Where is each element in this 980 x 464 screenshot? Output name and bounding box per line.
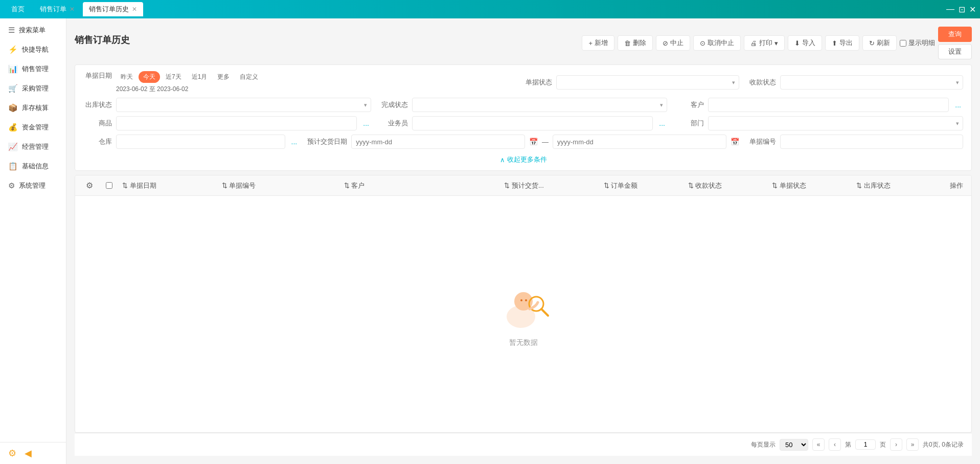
page-label: 第: [845, 440, 851, 449]
sidebar-item-basic[interactable]: 📋 基础信息: [0, 157, 66, 176]
show-detail-checkbox[interactable]: [900, 40, 906, 47]
date-chip-today[interactable]: 今天: [139, 71, 160, 83]
filter-salesperson: 业务员 ...: [379, 116, 667, 130]
product-input[interactable]: [116, 116, 357, 130]
salesperson-input[interactable]: [412, 116, 653, 130]
sidebar: ☰ 搜索菜单 ⚡ 快捷导航 📊 销售管理 🛒 采购管理 📦 库存核算 💰 资金管…: [0, 18, 66, 464]
stock-status-select-wrap: ▾: [116, 98, 371, 112]
delivery-date-start-input[interactable]: [351, 135, 525, 149]
filter-row-3: 商品 ... 业务员 ... 部门 ▾: [83, 116, 963, 130]
sidebar-item-sys-label: 系统管理: [19, 181, 45, 190]
main-layout: ☰ 搜索菜单 ⚡ 快捷导航 📊 销售管理 🛒 采购管理 📦 库存核算 💰 资金管…: [0, 18, 980, 464]
tab-home[interactable]: 首页: [4, 2, 32, 16]
tab-sales-history-close[interactable]: ✕: [132, 6, 137, 13]
current-page-input[interactable]: [855, 439, 876, 450]
th-order-num-label: ⇅ 单据编号: [222, 181, 256, 190]
tab-sales-order[interactable]: 销售订单 ✕: [34, 2, 81, 16]
cal-start-icon[interactable]: 📅: [529, 138, 538, 146]
collapse-row[interactable]: ∧ 收起更多条件: [83, 153, 963, 164]
setting-button[interactable]: 设置: [938, 44, 972, 59]
th-order-status[interactable]: ⇅ 单据状态: [768, 181, 852, 190]
filter-customer: 客户 ...: [675, 98, 963, 112]
query-button[interactable]: 查询: [938, 27, 972, 42]
close-window-icon[interactable]: ✕: [969, 5, 976, 14]
next-page-button[interactable]: ›: [890, 438, 902, 451]
date-chip-yesterday[interactable]: 昨天: [116, 71, 138, 83]
collapse-label: 收起更多条件: [507, 155, 547, 164]
filter-row-4: 仓库 ... 预计交货日期 📅 — 📅 单据编号: [83, 135, 963, 149]
date-chip-7days[interactable]: 近7天: [161, 71, 186, 83]
th-amount[interactable]: ⇅ 订单金额: [600, 181, 684, 190]
cal-end-icon[interactable]: 📅: [731, 138, 739, 146]
refresh-icon: ↻: [869, 39, 875, 47]
restore-icon[interactable]: ⊡: [959, 5, 965, 14]
dept-select[interactable]: [708, 116, 963, 130]
order-status-select[interactable]: [556, 75, 739, 90]
delivery-date-end-input[interactable]: [553, 135, 726, 149]
th-delivery[interactable]: ⇅ 预计交货...: [500, 181, 600, 190]
per-page-select[interactable]: 50 10 20 100: [780, 439, 808, 451]
print-chevron: ▾: [774, 39, 778, 47]
new-button[interactable]: + 新增: [582, 35, 614, 51]
th-pay-status[interactable]: ⇅ 收款状态: [684, 181, 768, 190]
th-checkbox[interactable]: [100, 182, 118, 189]
collapse-sidebar-icon[interactable]: ◀: [25, 448, 32, 459]
tab-sales-history[interactable]: 销售订单历史 ✕: [83, 2, 143, 16]
last-page-button[interactable]: »: [906, 438, 919, 451]
sidebar-item-search-menu[interactable]: ☰ 搜索菜单: [0, 20, 66, 40]
tab-sales-history-label: 销售订单历史: [89, 5, 129, 14]
th-date-label: ⇅ 单据日期: [122, 181, 156, 190]
print-icon: 🖨: [750, 39, 757, 47]
sidebar-item-ops-label: 经营管理: [22, 142, 49, 151]
tab-sales-order-close[interactable]: ✕: [70, 6, 75, 13]
th-settings[interactable]: ⚙: [79, 181, 100, 190]
stop-button[interactable]: ⊘ 中止: [656, 35, 690, 51]
print-button[interactable]: 🖨 打印 ▾: [744, 35, 785, 51]
salesperson-ellipsis[interactable]: ...: [657, 119, 667, 127]
cancel-stop-button[interactable]: ⊙ 取消中止: [693, 35, 741, 51]
prev-page-button[interactable]: ‹: [829, 438, 841, 451]
sidebar-item-sys[interactable]: ⚙ 系统管理: [0, 176, 66, 195]
delete-button[interactable]: 🗑 删除: [618, 35, 653, 51]
delete-label: 删除: [633, 38, 646, 48]
sidebar-item-purchase[interactable]: 🛒 采购管理: [0, 79, 66, 98]
filter-pay-status: 收款状态 ▾: [747, 75, 963, 90]
complete-status-select[interactable]: [412, 98, 667, 112]
sidebar-item-capital[interactable]: 💰 资金管理: [0, 118, 66, 137]
sidebar-item-quick-nav[interactable]: ⚡ 快捷导航: [0, 40, 66, 59]
sidebar-item-ops[interactable]: 📈 经营管理: [0, 137, 66, 157]
sidebar-item-inventory-label: 库存核算: [22, 103, 49, 113]
customer-input[interactable]: [708, 98, 949, 112]
svg-line-3: [541, 309, 548, 316]
refresh-button[interactable]: ↻ 刷新: [862, 35, 897, 51]
pay-status-select[interactable]: [780, 75, 963, 90]
complete-status-label: 完成状态: [379, 100, 408, 109]
product-ellipsis[interactable]: ...: [361, 119, 371, 127]
minimize-icon[interactable]: —: [946, 5, 954, 14]
th-stock-status[interactable]: ⇅ 出库状态: [852, 181, 937, 190]
warehouse-input[interactable]: [116, 135, 285, 149]
select-all-checkbox[interactable]: [106, 182, 112, 189]
svg-point-4: [520, 299, 522, 301]
th-client[interactable]: ⇅ 客户: [340, 181, 500, 190]
date-chip-more[interactable]: 更多: [213, 71, 234, 83]
date-chip-1month[interactable]: 近1月: [187, 71, 212, 83]
pay-status-select-wrap: ▾: [780, 75, 963, 90]
warehouse-ellipsis[interactable]: ...: [289, 138, 300, 146]
date-chip-custom[interactable]: 自定义: [235, 71, 263, 83]
customer-ellipsis[interactable]: ...: [953, 101, 963, 109]
date-dash: —: [542, 138, 549, 146]
order-num-input[interactable]: [780, 135, 963, 149]
sidebar-item-sales[interactable]: 📊 销售管理: [0, 59, 66, 79]
import-button[interactable]: ⬇ 导入: [788, 35, 822, 51]
th-order-num[interactable]: ⇅ 单据编号: [218, 181, 340, 190]
setting-bottom-icon[interactable]: ⚙: [8, 448, 16, 459]
export-button[interactable]: ⬆ 导出: [825, 35, 859, 51]
sidebar-item-capital-label: 资金管理: [22, 123, 49, 132]
gear-icon[interactable]: ⚙: [86, 181, 93, 190]
data-table: ⚙ ⇅ 单据日期 ⇅ 单据编号 ⇅ 客户 ⇅ 预计交货...: [75, 175, 972, 433]
stock-status-select[interactable]: [116, 98, 371, 112]
sidebar-item-inventory[interactable]: 📦 库存核算: [0, 98, 66, 118]
first-page-button[interactable]: «: [812, 438, 825, 451]
th-date[interactable]: ⇅ 单据日期: [118, 181, 218, 190]
